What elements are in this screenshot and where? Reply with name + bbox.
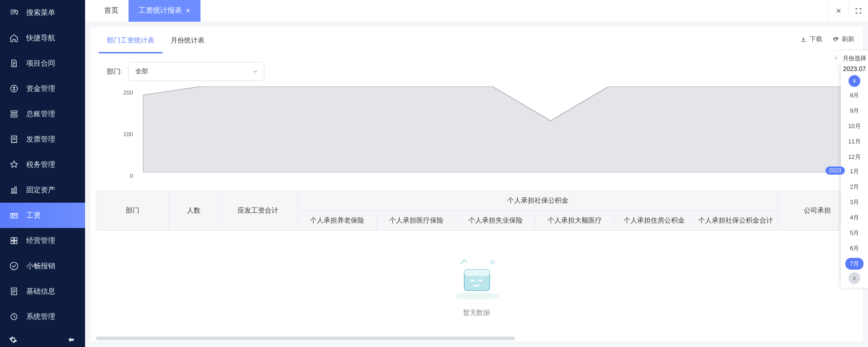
close-all-icon[interactable] — [828, 0, 848, 22]
svg-rect-4 — [471, 280, 474, 281]
sidebar-item-label: 系统管理 — [26, 312, 55, 322]
month-title: 月份选择 — [843, 54, 866, 62]
sidebar-item-reimburse[interactable]: 小畅报销 — [0, 253, 85, 279]
th-sub: 个人承担医疗保险 — [377, 211, 456, 231]
ledger-icon — [9, 109, 19, 119]
sidebar-item-label: 总账管理 — [26, 109, 55, 119]
sidebar-item-label: 快捷导航 — [26, 33, 55, 43]
inner-tab-dept[interactable]: 部门工资统计表 — [99, 29, 162, 53]
tab-label: 首页 — [104, 6, 119, 15]
settings-icon[interactable] — [9, 336, 18, 345]
tax-icon — [9, 160, 19, 170]
sidebar-item-money[interactable]: 资金管理 — [0, 76, 85, 101]
svg-point-7 — [490, 260, 495, 265]
chart-plot — [143, 86, 842, 172]
sidebar-item-search-list[interactable]: 搜索菜单 — [0, 0, 85, 25]
month-item[interactable]: 2月 — [845, 181, 863, 193]
sidebar-item-asset[interactable]: 固定资产 — [0, 177, 85, 203]
svg-rect-5 — [479, 280, 482, 281]
content-card: 部门工资统计表 月份统计表 下载 刷新 部门: 全部 — [91, 27, 863, 342]
salary-icon — [9, 210, 19, 220]
home-icon — [9, 33, 19, 43]
empty-text: 暂无数据 — [463, 309, 490, 317]
download-button[interactable]: 下载 — [800, 35, 822, 43]
year-badge: 2023 — [825, 166, 845, 175]
inner-tab-label: 月份统计表 — [171, 36, 205, 44]
month-item[interactable]: 12月 — [844, 151, 864, 163]
sidebar-item-label: 工资 — [26, 211, 41, 220]
th-dept: 部门 — [96, 191, 169, 231]
svg-rect-6 — [473, 285, 480, 286]
tab-current[interactable]: 工资统计报表 ✕ — [129, 0, 200, 22]
manage-icon — [9, 236, 19, 246]
sidebar-item-tax[interactable]: 税务管理 — [0, 152, 85, 177]
sidebar-item-label: 小畅报销 — [26, 261, 55, 271]
sidebar-item-label: 项目合同 — [26, 59, 55, 68]
info-icon — [9, 286, 19, 296]
y-tick: 0 — [130, 172, 133, 179]
system-icon — [9, 312, 19, 322]
chart: 200 100 0 — [91, 84, 863, 187]
sidebar-item-info[interactable]: 基础信息 — [0, 279, 85, 304]
svg-rect-3 — [464, 270, 490, 276]
month-item[interactable]: 7月 — [845, 258, 863, 270]
svg-marker-0 — [143, 86, 842, 172]
month-item[interactable]: 1月2023 — [845, 166, 863, 177]
th-sub: 个人承担失业保险 — [456, 211, 535, 231]
sidebar-item-label: 资金管理 — [26, 84, 55, 94]
th-sub: 个人承担养老保险 — [298, 211, 377, 231]
action-label: 下载 — [810, 35, 822, 43]
tab-label: 工资统计报表 — [138, 6, 182, 15]
tabs-actions — [828, 0, 868, 22]
action-label: 刷新 — [842, 35, 854, 43]
th-group: 个人承担社保公积金 — [298, 191, 778, 211]
month-item[interactable]: 3月 — [845, 196, 863, 208]
contract-icon — [9, 58, 19, 68]
sidebar-item-contract[interactable]: 项目合同 — [0, 51, 85, 76]
month-item[interactable]: 5月 — [845, 227, 863, 239]
money-icon — [9, 84, 19, 94]
month-item[interactable]: 11月 — [844, 136, 864, 147]
horizontal-scrollbar[interactable] — [91, 337, 863, 342]
sidebar-item-manage[interactable]: 经营管理 — [0, 228, 85, 253]
collapse-icon[interactable] — [67, 336, 76, 345]
tabs-bar: 首页 工资统计报表 ✕ — [85, 0, 868, 22]
month-item[interactable]: 4月 — [845, 212, 863, 223]
dept-select[interactable]: 全部 — [129, 62, 264, 81]
th-sub: 个人承担社保公积金合计 — [694, 211, 778, 231]
month-item[interactable]: 6月 — [845, 242, 863, 254]
inner-tab-month[interactable]: 月份统计表 — [162, 29, 213, 53]
sidebar-item-label: 固定资产 — [26, 185, 55, 195]
sidebar-item-ledger[interactable]: 总账管理 — [0, 101, 85, 127]
inner-actions: 下载 刷新 — [800, 35, 854, 43]
sidebar-item-invoice[interactable]: 发票管理 — [0, 127, 85, 152]
refresh-button[interactable]: 刷新 — [832, 35, 854, 43]
sidebar-item-home[interactable]: 快捷导航 — [0, 25, 85, 51]
chart-y-axis: 200 100 0 — [107, 86, 138, 181]
month-collapse-icon[interactable] — [832, 51, 841, 65]
filter-row: 部门: 全部 — [91, 54, 863, 84]
empty-state: 暂无数据 — [91, 231, 863, 337]
inner-tab-label: 部门工资统计表 — [107, 36, 154, 44]
sidebar-item-label: 搜索菜单 — [26, 8, 55, 18]
month-up-icon[interactable] — [849, 75, 860, 87]
close-icon[interactable]: ✕ — [186, 7, 191, 14]
svg-point-1 — [454, 292, 499, 299]
select-value: 全部 — [135, 67, 148, 76]
month-item[interactable]: 9月 — [845, 105, 863, 117]
month-down-icon[interactable] — [849, 272, 860, 284]
empty-illustration-icon — [447, 251, 506, 300]
y-tick: 100 — [123, 131, 133, 138]
fullscreen-icon[interactable] — [848, 0, 868, 22]
sidebar-item-salary[interactable]: 工资 — [0, 203, 85, 228]
tab-home[interactable]: 首页 — [94, 0, 129, 22]
invoice-icon — [9, 134, 19, 144]
main: 首页 工资统计报表 ✕ 部门工资统计表 月份统计表 — [85, 0, 868, 347]
sidebar-footer — [0, 329, 85, 347]
month-picker: 月份选择 2023.07 8月9月10月11月12月 1月20232月3月4月5… — [841, 51, 868, 288]
th-sub: 个人承担大额医疗 — [535, 211, 615, 231]
month-item[interactable]: 8月 — [845, 90, 863, 101]
sidebar-item-system[interactable]: 系统管理 — [0, 304, 85, 329]
month-item[interactable]: 10月 — [844, 120, 864, 132]
th-sub: 个人承担住房公积金 — [615, 211, 694, 231]
